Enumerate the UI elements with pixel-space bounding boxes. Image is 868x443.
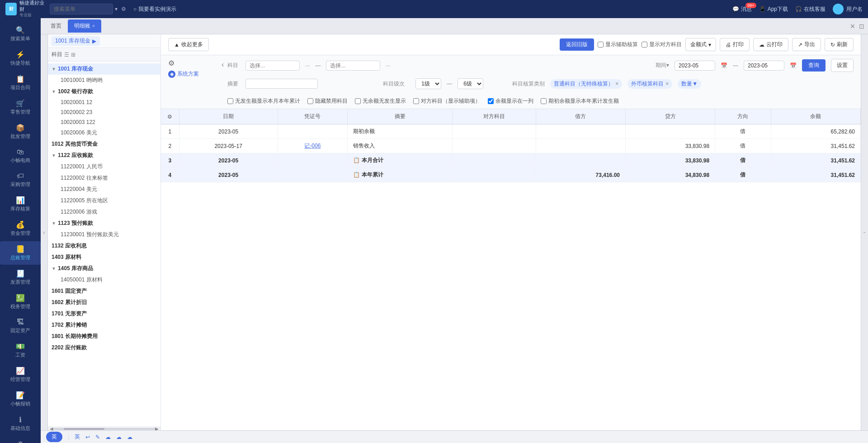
window-maximize-icon[interactable]: ⊡ (859, 23, 864, 30)
status-icon-cloud1[interactable]: ☁ (105, 434, 111, 440)
tree-horizontal-scrollbar[interactable]: ◀ ▶ (48, 427, 160, 430)
query-settings-icon[interactable]: ⚙ (168, 59, 218, 67)
settings-button[interactable]: 设置 (831, 59, 854, 72)
status-icon-undo[interactable]: ↩ (85, 434, 90, 440)
status-icon-cloud2[interactable]: ☁ (116, 434, 122, 440)
settings-icon[interactable]: ⚙ (121, 6, 126, 12)
sidebar-item-tax[interactable]: 💹 税务管理 (0, 290, 41, 314)
tree-item-11220001[interactable]: 11220001 人民币 (48, 161, 160, 172)
period-cal2-icon[interactable]: 📅 (790, 62, 797, 69)
cb-no-amount[interactable]: 无发生额显示本月本年累计 (227, 97, 300, 105)
sidebar-item-finance[interactable]: 💰 资金管理 (0, 217, 41, 240)
lang-switch-button[interactable]: 英 (46, 432, 62, 442)
window-close-icon[interactable]: ✕ (850, 23, 855, 30)
filter-tag-foreign[interactable]: 外币核算科目 × (627, 79, 672, 89)
tree-item-1122[interactable]: ▼ 1122 应收账款 (48, 150, 160, 161)
cb-balance-one-col[interactable]: 余额显示在一列 (488, 97, 533, 105)
sidebar-item-quick-nav[interactable]: ⚡ 快捷导航 (0, 47, 41, 70)
tree-list-icon[interactable]: ☰ (64, 52, 69, 58)
show-contra-checkbox[interactable]: 显示对方科目 (642, 41, 682, 48)
tab-close-icon[interactable]: × (92, 24, 95, 29)
breadcrumb-tag[interactable]: 1001 库存现金 ▶ (52, 36, 100, 46)
tree-item-11220005[interactable]: 11220005 所在地区 (48, 195, 160, 206)
tree-item-1602[interactable]: 1602 累计折旧 (48, 297, 160, 308)
tree-item-1701[interactable]: 1701 无形资产 (48, 308, 160, 319)
gold-mode-button[interactable]: 金额式 ▾ (685, 38, 716, 51)
refresh-button[interactable]: ↻ 刷新 (825, 38, 854, 51)
tree-item-11230001[interactable]: 11230001 预付账款美元 (48, 229, 160, 240)
subject-filter-input[interactable] (245, 61, 300, 71)
sidebar-item-ledger[interactable]: 📒 总账管理 (0, 241, 41, 265)
level-to-select[interactable]: 6级1级2级3级4级5级 (458, 78, 483, 89)
sidebar-item-purchase[interactable]: 🏷 采购管理 (0, 168, 41, 191)
tag-normal-close[interactable]: × (615, 81, 618, 87)
tab-home[interactable]: 首页 (44, 19, 68, 33)
tree-item-1012[interactable]: 1012 其他货币资金 (48, 138, 160, 150)
tree-item-14050001[interactable]: 14050001 原材料 (48, 274, 160, 286)
sidebar-item-invoice[interactable]: 🧾 发票管理 (0, 266, 41, 289)
cb-contra-aux[interactable]: 对方科目（显示辅助项） (413, 97, 481, 105)
query-button[interactable]: 查询 (802, 59, 826, 71)
sidebar-item-wholesale[interactable]: 📦 批发管理 (0, 120, 41, 143)
topbar-search-input[interactable] (50, 4, 113, 14)
sidebar-item-payroll[interactable]: 💵 工资 (0, 338, 41, 362)
cb-hide-disabled[interactable]: 隐藏禁用科目 (307, 97, 348, 105)
sidebar-item-fixed-assets[interactable]: 🏗 固定资产 (0, 314, 41, 338)
show-aux-calc-checkbox[interactable]: 显示辅助核算 (598, 41, 638, 48)
tree-item-1801[interactable]: 1801 长期待摊费用 (48, 331, 160, 342)
sidebar-item-search[interactable]: 🔍 搜索菜单 (0, 22, 41, 46)
period-to-input[interactable] (744, 61, 784, 71)
tree-item-1123[interactable]: ▼ 1123 预付账款 (48, 218, 160, 229)
scheme-link[interactable]: ◉ 系统方案 (168, 70, 218, 78)
message-button[interactable]: 💬 消息 99+ (732, 5, 752, 13)
tree-item-11220002[interactable]: 11220002 往来标签 (48, 172, 160, 184)
tree-item-1132[interactable]: 1132 应收利息 (48, 240, 160, 252)
tree-item-11220006[interactable]: 11220006 游戏 (48, 206, 160, 218)
tree-item-11220004[interactable]: 11220004 美元 (48, 184, 160, 195)
online-service-button[interactable]: 🎧 在线客服 (795, 5, 826, 13)
scroll-left-icon[interactable]: ◀ (50, 426, 53, 430)
app-download-button[interactable]: 📱 App下载 (759, 5, 788, 13)
cloud-print-button[interactable]: ☁ 云打印 (753, 38, 788, 51)
period-cal-icon[interactable]: 📅 (721, 62, 727, 69)
collapse-more-button[interactable]: ▲ 收起更多 (168, 38, 209, 51)
status-icon-cloud3[interactable]: ☁ (127, 434, 132, 440)
summary-filter-input[interactable] (245, 79, 318, 89)
sidebar-item-ecommerce[interactable]: 🛍 小畅电商 (0, 144, 41, 167)
demo-link[interactable]: ○ 我要看实例演示 (133, 5, 176, 13)
scroll-right-icon[interactable]: ▶ (155, 426, 159, 430)
tree-item-1002[interactable]: ▼ 1002 银行存款 (48, 86, 160, 97)
sidebar-item-expense[interactable]: 📝 小畅报销 (0, 387, 41, 411)
level-from-select[interactable]: 1级2级3级4级5级6级 (415, 78, 441, 89)
cb-no-balance[interactable]: 无余额无发生显示 (355, 97, 406, 105)
tree-item-10010001[interactable]: 10010001 哟哟哟 (48, 75, 160, 86)
sidebar-item-inventory[interactable]: 📊 库存核算 (0, 192, 41, 216)
tag-foreign-close[interactable]: × (665, 81, 669, 87)
period-from-input[interactable] (675, 61, 715, 71)
sidebar-item-operations[interactable]: 📈 经营管理 (0, 363, 41, 386)
status-icon-edit[interactable]: ✎ (95, 434, 100, 440)
sidebar-item-project[interactable]: 📋 项目合同 (0, 71, 41, 95)
tab-detail[interactable]: 明细账 × (68, 19, 101, 33)
user-menu[interactable]: 用户名 (833, 4, 863, 14)
tree-expand-icon[interactable]: ⊞ (71, 52, 75, 58)
status-icon-1[interactable]: 英 (75, 433, 80, 441)
filter-tag-quantity[interactable]: 数量▼ (678, 79, 701, 89)
tree-item-1001[interactable]: ▼ 1001 库存现金 (48, 63, 160, 75)
tree-item-1601[interactable]: 1601 固定资产 (48, 286, 160, 297)
tree-item-10020001[interactable]: 10020001 12 (48, 97, 160, 107)
tree-item-1702[interactable]: 1702 累计摊销 (48, 319, 160, 331)
tree-item-10020003[interactable]: 10020003 122 (48, 117, 160, 127)
tree-item-10020002[interactable]: 10020002 23 (48, 107, 160, 117)
right-edge-panel[interactable]: › (861, 34, 868, 430)
voucher-link[interactable]: 记-006 (304, 143, 321, 149)
filter-tag-normal[interactable]: 普通科目（无特殊核算） × (550, 79, 622, 89)
col-settings[interactable]: ⚙ (161, 109, 179, 124)
tree-panel-toggle[interactable]: ‹ (41, 34, 48, 430)
export-button[interactable]: ↗ 导出 (792, 38, 821, 51)
tree-item-1403[interactable]: 1403 原材料 (48, 252, 160, 263)
subject-filter-to-input[interactable] (326, 61, 380, 71)
tree-item-10020006[interactable]: 10020006 美元 (48, 127, 160, 138)
sidebar-item-retail[interactable]: 🛒 零售管理 (0, 95, 41, 119)
cb-opening-ytd[interactable]: 期初余额显示本年累计发生额 (541, 97, 619, 105)
